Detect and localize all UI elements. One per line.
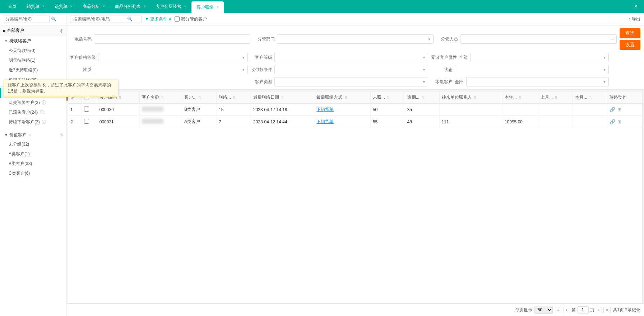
- sidebar-today-pending[interactable]: 今天待联络(0): [0, 46, 66, 56]
- filter-row-4: ··· 客户类型 ▼ 零散客户 全部 ▼: [70, 76, 640, 88]
- action-link-icon[interactable]: 🔗: [610, 107, 615, 112]
- filter-search-input[interactable]: [73, 16, 127, 22]
- payment-arrow: ▼: [422, 68, 426, 72]
- status-select[interactable]: ▼: [455, 65, 609, 74]
- chevron-down-icon: ∧: [168, 16, 172, 22]
- cell-last-date: 2023-04-12 14:44:: [251, 116, 314, 128]
- phone-input[interactable]: [94, 34, 250, 44]
- filter-search-icon[interactable]: 🔍: [127, 16, 133, 22]
- close-all-tabs[interactable]: ×: [631, 3, 641, 10]
- my-customers-checkbox[interactable]: [175, 16, 180, 22]
- last-contact-link[interactable]: 下销货单: [316, 107, 334, 112]
- more-conditions-btn[interactable]: ▼ 更多条件 ∧: [145, 16, 172, 22]
- sidebar-lost[interactable]: 已流失客户(24) ⓘ: [0, 108, 66, 117]
- customer-level-select[interactable]: ▼: [274, 53, 428, 62]
- first-page-btn[interactable]: «: [555, 307, 562, 313]
- cell-last-month: [538, 116, 573, 128]
- sidebar-7days-pending[interactable]: 近7天待联络(0): [0, 65, 66, 75]
- scatter-attr-arrow: ▼: [603, 56, 606, 60]
- col-name[interactable]: 客户名称 ⇅: [139, 91, 182, 104]
- nav-product-analysis[interactable]: 商品分析 ×: [78, 0, 110, 13]
- next-page-btn[interactable]: ›: [596, 307, 602, 313]
- price-level-select[interactable]: ▼: [98, 53, 248, 62]
- sidebar-lost-pre[interactable]: 流失预警客户(3) ⓘ: [0, 98, 66, 108]
- col-contact-person[interactable]: 往来单位联系人 ⇅: [439, 91, 502, 104]
- sidebar-value-customers-section[interactable]: ▼ 价值客户 ○ ✎: [0, 131, 66, 140]
- cell-this-month: [573, 104, 607, 116]
- scatter-customer-select[interactable]: ▼: [466, 77, 609, 86]
- setting-button[interactable]: 设置: [620, 40, 640, 50]
- filter-cell-nature: 性质 ▼: [70, 65, 248, 74]
- customer-type-select[interactable]: ▼: [274, 77, 428, 86]
- table-row: 2 000031 A类客户 7 2023-04-12 14:44: 下销货单 5…: [68, 116, 642, 128]
- action-grid-icon[interactable]: ⊞: [617, 107, 621, 112]
- query-button[interactable]: 查询: [620, 28, 640, 38]
- nav-purchase-order[interactable]: 进货单 ×: [50, 0, 78, 13]
- sidebar-tomorrow-pending[interactable]: 明天待联络(1): [0, 56, 66, 65]
- dept-select[interactable]: ▼: [277, 34, 434, 44]
- close-customer-tier[interactable]: ×: [184, 0, 186, 13]
- action-link-icon[interactable]: 🔗: [610, 119, 615, 124]
- scatter-attr-select[interactable]: ▼: [471, 53, 609, 62]
- sidebar-c-class[interactable]: C类客户(6): [0, 169, 66, 178]
- row-checkbox[interactable]: [84, 119, 89, 124]
- close-purchase-order[interactable]: ×: [70, 0, 73, 13]
- close-customer-contact[interactable]: ×: [217, 1, 219, 13]
- row-checkbox[interactable]: [84, 107, 89, 112]
- col-level[interactable]: 客户... ⇅: [182, 91, 217, 104]
- col-last-method[interactable]: 最后联络方式 ⇅: [314, 91, 370, 104]
- per-page-select[interactable]: 50 20 100: [534, 306, 553, 314]
- table-row: 1 000039 B类客户 15 2023-04-17 14:19: 下销货单 …: [68, 104, 642, 116]
- pending-contact-section[interactable]: ▼ 待联络客户: [0, 36, 66, 46]
- filter-search-box[interactable]: 🔍: [70, 15, 142, 23]
- sidebar-b-class[interactable]: B类客户(33): [0, 159, 66, 169]
- person-input[interactable]: ···: [460, 34, 617, 44]
- nav-customer-tier[interactable]: 客户分层经营 ×: [150, 0, 191, 13]
- cell-level: B类客户: [182, 104, 217, 116]
- person-more-icon[interactable]: ···: [611, 37, 614, 42]
- sidebar-search-icon[interactable]: 🔍: [51, 16, 56, 22]
- total-label: 共1页 2条记录: [613, 307, 640, 313]
- value-customers-edit-icon[interactable]: ○: [29, 133, 31, 137]
- action-grid-icon[interactable]: ⊞: [617, 119, 621, 124]
- nav-sales-order[interactable]: 销货单 ×: [22, 0, 50, 13]
- filter-icon: ▼: [145, 16, 149, 22]
- cell-not-contacted: 55: [370, 116, 405, 128]
- col-last-month[interactable]: 上月... ⇅: [538, 91, 573, 104]
- filter-row-3: 性质 ▼ 收付款条件 ▼ 状态: [70, 63, 640, 76]
- prev-page-btn[interactable]: ‹: [564, 307, 570, 313]
- close-product-analysis[interactable]: ×: [103, 0, 105, 13]
- value-customers-settings-icon[interactable]: ✎: [60, 133, 63, 137]
- cell-contact-person: 111: [439, 116, 502, 128]
- payment-select[interactable]: ▼: [274, 65, 428, 74]
- table-header-row: ⚙ 客户编码 ⇅ 客户名称 ⇅ 客户... ⇅ 联络... ⇅ 最后联络日期 ⇅…: [68, 91, 642, 104]
- col-this-year[interactable]: 本年... ⇅: [502, 91, 538, 104]
- close-sales-order[interactable]: ×: [42, 0, 45, 13]
- sidebar-ungroup[interactable]: 未分组(32): [0, 140, 66, 149]
- sidebar-search-area: 🔍: [0, 13, 66, 25]
- page-input[interactable]: [577, 306, 589, 313]
- col-not-contacted[interactable]: 未联... ⇅: [370, 91, 405, 104]
- my-customers-checkbox-label[interactable]: 我分管的客户: [175, 16, 207, 22]
- nature-select[interactable]: ▼: [94, 65, 248, 74]
- nav-product-analysis-list[interactable]: 商品分析列表 ×: [110, 0, 151, 13]
- last-page-btn[interactable]: »: [603, 307, 611, 313]
- nature-label: 性质: [70, 67, 92, 73]
- nav-customer-contact[interactable]: 客户联络 ×: [191, 1, 224, 13]
- nav-home[interactable]: 首页: [3, 0, 22, 13]
- top-nav: 首页 销货单 × 进货单 × 商品分析 × 商品分析列表 × 客户分层经营 × …: [0, 0, 644, 13]
- filter-cell-customer-level: 客户等级 ▼: [251, 53, 428, 62]
- sidebar-declining[interactable]: 持续下滑客户(2) ⓘ: [0, 117, 66, 127]
- sidebar-a-class[interactable]: A类客户(1): [0, 149, 66, 159]
- col-contact-count[interactable]: 联络... ⇅: [216, 91, 251, 104]
- col-last-date[interactable]: 最后联络日期 ⇅: [251, 91, 314, 104]
- sidebar-search-input[interactable]: [3, 15, 50, 23]
- last-contact-link[interactable]: 下销货单: [316, 119, 334, 124]
- export-btn[interactable]: ↑ 导出: [629, 16, 640, 22]
- sidebar-collapse-btn[interactable]: ❮: [60, 28, 63, 33]
- close-product-analysis-list[interactable]: ×: [144, 0, 146, 13]
- col-overdue[interactable]: 逾期... ⇅: [405, 91, 439, 104]
- cell-last-method: 下销货单: [314, 104, 370, 116]
- col-this-month[interactable]: 本月... ⇅: [573, 91, 607, 104]
- all-customers-header[interactable]: ■ 全部客户 ❮: [0, 25, 66, 36]
